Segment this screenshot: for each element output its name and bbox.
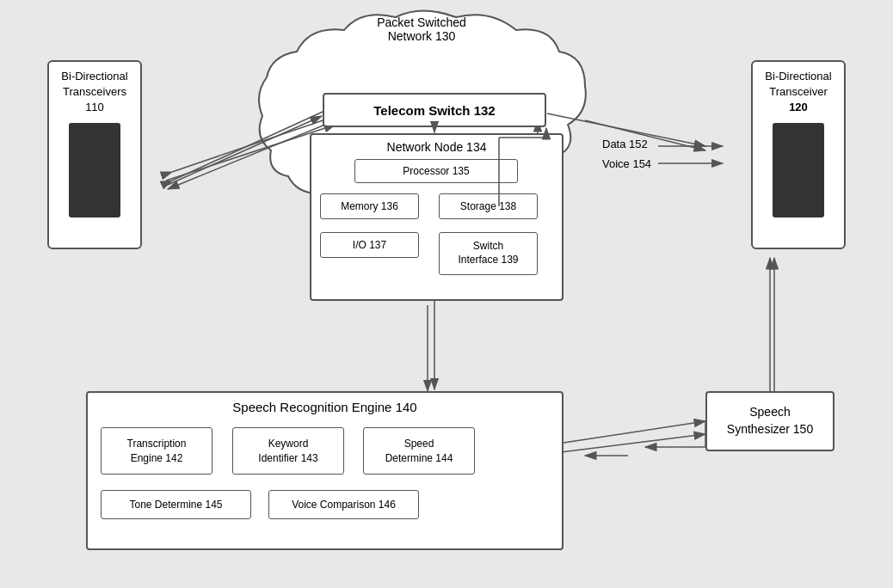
speech-recognition-engine: Speech Recognition Engine 140 Transcript… [86, 391, 564, 550]
diagram: Bi-Directional Transceivers 110 Bi-Direc… [0, 0, 893, 588]
processor: Processor 135 [354, 159, 518, 183]
storage-label: Storage 138 [460, 200, 516, 212]
telecom-switch-label: Telecom Switch 132 [373, 103, 495, 118]
tone-determine-label: Tone Determine 145 [129, 499, 222, 511]
bi-directional-right-label: Bi-DirectionalTransceiver120 [765, 69, 831, 116]
phone-screen-right [773, 123, 824, 217]
switch-interface-label: SwitchInterface 139 [458, 240, 518, 266]
memory: Memory 136 [320, 193, 419, 219]
data-label: Data 152 [602, 138, 648, 150]
voice-comparison-label: Voice Comparison 146 [292, 499, 396, 511]
storage: Storage 138 [439, 193, 538, 219]
processor-label: Processor 135 [403, 165, 469, 177]
speech-synthesizer-label: SpeechSynthesizer 150 [727, 404, 813, 438]
voice-comparison: Voice Comparison 146 [268, 490, 419, 519]
speed-determine-label: SpeedDetermine 144 [385, 437, 453, 466]
speed-determine: SpeedDetermine 144 [363, 427, 475, 475]
switch-interface: SwitchInterface 139 [439, 232, 538, 275]
tone-determine: Tone Determine 145 [101, 490, 251, 519]
speech-synthesizer: SpeechSynthesizer 150 [705, 391, 834, 451]
keyword-identifier: KeywordIdentifier 143 [232, 427, 344, 475]
network-node: Network Node 134 Processor 135 Memory 13… [310, 133, 564, 301]
voice-label: Voice 154 [602, 157, 651, 170]
phone-screen-left [69, 123, 120, 217]
svg-line-22 [564, 421, 705, 443]
network-node-label: Network Node 134 [311, 140, 562, 154]
telecom-switch: Telecom Switch 132 [323, 93, 546, 127]
svg-line-19 [168, 116, 322, 185]
io-label: I/O 137 [353, 239, 386, 251]
memory-label: Memory 136 [341, 200, 398, 212]
packet-network-label: Packet SwitchedNetwork 130 [336, 15, 508, 43]
transcription-engine: TranscriptionEngine 142 [101, 427, 212, 475]
svg-line-18 [172, 112, 323, 181]
bi-directional-right: Bi-DirectionalTransceiver120 [751, 60, 846, 249]
keyword-identifier-label: KeywordIdentifier 143 [258, 437, 317, 466]
bi-directional-left-label: Bi-Directional Transceivers 110 [54, 69, 135, 116]
transcription-engine-label: TranscriptionEngine 142 [127, 437, 187, 466]
bi-directional-left: Bi-Directional Transceivers 110 [47, 60, 142, 249]
speech-recognition-label: Speech Recognition Engine 140 [88, 400, 562, 414]
io: I/O 137 [320, 232, 419, 258]
